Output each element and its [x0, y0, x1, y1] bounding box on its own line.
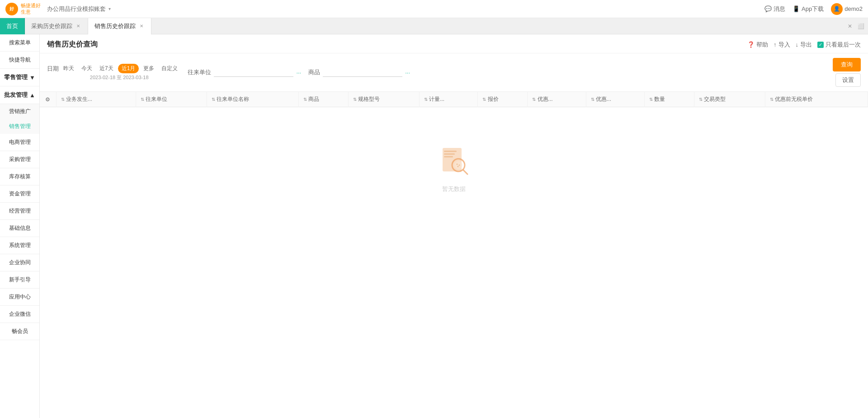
only-last-label[interactable]: ✓ 只看最后一次 [817, 41, 861, 49]
app-download-btn[interactable]: 📱 App下载 [793, 5, 824, 13]
date-btn-1month[interactable]: 近1月 [118, 64, 139, 73]
sidebar-item-purchase-mgmt[interactable]: 采购管理 [0, 151, 39, 168]
partner-label: 往来单位 [188, 68, 211, 76]
th-quote[interactable]: ⇅ 报价 [478, 92, 528, 107]
empty-text: 暂无数据 [442, 185, 466, 193]
sidebar-item-ecommerce[interactable]: 电商管理 [0, 134, 39, 151]
help-btn[interactable]: ❓ 帮助 [747, 41, 768, 49]
search-button[interactable]: 查询 [833, 58, 861, 71]
operations-label: 经营管理 [9, 207, 31, 215]
date-btn-today[interactable]: 今天 [79, 64, 95, 73]
th-partner-name-icon: ⇅ [212, 97, 215, 102]
sidebar-item-enterprise-wechat[interactable]: 企业微信 [0, 306, 39, 323]
sidebar-item-search-menu[interactable]: 搜索菜单 [0, 34, 39, 52]
th-unit[interactable]: ⇅ 计量... [419, 92, 477, 107]
th-trade-type[interactable]: ⇅ 交易类型 [694, 92, 765, 107]
tab-sales[interactable]: 销售历史价跟踪 ✕ [88, 18, 151, 34]
top-header: 好 畅捷通好生意 办公用品行业模拟账套 ▾ 💬 消息 📱 App下载 👤 dem… [0, 0, 868, 18]
retail-mgmt-label: 零售管理 [4, 73, 28, 81]
export-icon: ↓ [796, 41, 799, 48]
sidebar-item-inventory[interactable]: 库存核算 [0, 168, 39, 185]
tab-purchase-label: 采购历史价跟踪 [31, 22, 72, 30]
tab-sales-close[interactable]: ✕ [138, 23, 145, 29]
partner-dots[interactable]: ··· [296, 69, 301, 76]
goods-dots[interactable]: ··· [405, 69, 410, 76]
svg-point-8 [459, 165, 460, 166]
message-btn[interactable]: 💬 消息 [764, 5, 785, 13]
download-icon: 📱 [793, 5, 800, 12]
system-label: 系统管理 [9, 242, 31, 249]
svg-point-7 [457, 164, 458, 165]
marketing-label: 营销推广 [9, 108, 31, 114]
tab-sales-label: 销售历史价跟踪 [94, 22, 136, 30]
sidebar-item-retail-mgmt[interactable]: 零售管理 ▼ [0, 69, 39, 86]
app-download-label: App下载 [802, 5, 824, 13]
filter-area: 日期 昨天 今天 近7天 近1月 更多 自定义 2023-02-18 至 202… [40, 53, 868, 92]
date-btn-yesterday[interactable]: 昨天 [61, 64, 77, 73]
header-left: 好 畅捷通好生意 办公用品行业模拟账套 ▾ [5, 3, 111, 15]
sidebar-item-enterprise-coop[interactable]: 企业协同 [0, 254, 39, 271]
date-btn-custom[interactable]: 自定义 [159, 64, 180, 73]
svg-rect-2 [444, 153, 455, 155]
th-discount1-icon: ⇅ [532, 97, 536, 102]
empty-state: 暂无数据 [40, 107, 868, 229]
sidebar-item-base-info[interactable]: 基础信息 [0, 220, 39, 237]
th-quantity[interactable]: ⇅ 数量 [645, 92, 694, 107]
th-partner-code[interactable]: ⇅ 往来单位 [136, 92, 207, 107]
th-settings[interactable]: ⚙ [40, 92, 56, 107]
header-right: 💬 消息 📱 App下载 👤 demo2 [764, 3, 863, 15]
date-btn-7days[interactable]: 近7天 [97, 64, 116, 73]
th-spec[interactable]: ⇅ 规格型号 [349, 92, 420, 107]
th-biz-date[interactable]: ⇅ 业务发生... [56, 92, 136, 107]
sidebar-item-marketing[interactable]: 营销推广 [0, 104, 39, 119]
tab-home[interactable]: 首页 [0, 18, 25, 34]
settings-button[interactable]: 设置 [835, 73, 861, 87]
app-center-label: 应用中心 [9, 293, 31, 301]
search-actions: 查询 设置 [833, 58, 861, 87]
finance-label: 资金管理 [9, 190, 31, 198]
sidebar-item-app-center[interactable]: 应用中心 [0, 289, 39, 306]
th-goods-icon: ⇅ [303, 97, 307, 102]
tab-bar: 首页 采购历史价跟踪 ✕ 销售历史价跟踪 ✕ ✕ ⬜ [0, 18, 868, 34]
window-maximize-btn[interactable]: ⬜ [857, 23, 864, 30]
th-partner-name[interactable]: ⇅ 往来单位名称 [207, 92, 299, 107]
goods-input[interactable] [323, 68, 402, 77]
sidebar-item-quick-nav[interactable]: 快捷导航 [0, 52, 39, 69]
sidebar-item-finance[interactable]: 资金管理 [0, 185, 39, 203]
data-table: ⚙ ⇅ 业务发生... ⇅ 往来单位 ⇅ 往来单位名称 ⇅ 商品 [40, 92, 868, 107]
ecommerce-label: 电商管理 [9, 138, 31, 146]
title-dropdown-icon[interactable]: ▾ [108, 6, 111, 11]
partner-input[interactable] [214, 68, 293, 77]
table-wrapper: ⚙ ⇅ 业务发生... ⇅ 往来单位 ⇅ 往来单位名称 ⇅ 商品 [40, 92, 868, 418]
sidebar-item-system[interactable]: 系统管理 [0, 237, 39, 254]
import-btn[interactable]: ↑ 导入 [774, 41, 790, 49]
date-btn-more[interactable]: 更多 [141, 64, 157, 73]
th-pretax-price[interactable]: ⇅ 优惠前无税单价 [765, 92, 868, 107]
tab-purchase-close[interactable]: ✕ [75, 23, 81, 29]
th-quote-icon: ⇅ [482, 97, 486, 102]
window-close-btn[interactable]: ✕ [846, 23, 854, 30]
th-pretax-price-icon: ⇅ [770, 97, 774, 102]
th-goods[interactable]: ⇅ 商品 [299, 92, 349, 107]
only-last-checkbox[interactable]: ✓ [817, 42, 824, 48]
th-trade-type-icon: ⇅ [699, 97, 703, 102]
sales-mgmt-label: 销售管理 [9, 123, 31, 129]
tab-purchase[interactable]: 采购历史价跟踪 ✕ [25, 18, 88, 34]
sidebar-item-wholesale-mgmt[interactable]: 批发管理 ▲ [0, 86, 39, 104]
sidebar-item-guide[interactable]: 新手引导 [0, 271, 39, 289]
empty-illustration [436, 143, 472, 180]
only-last-text: 只看最后一次 [826, 41, 861, 49]
th-discount2[interactable]: ⇅ 优惠... [586, 92, 644, 107]
sidebar-item-member[interactable]: 畅会员 [0, 323, 39, 340]
export-btn[interactable]: ↓ 导出 [796, 41, 812, 49]
import-label: 导入 [778, 41, 790, 49]
sidebar-item-operations[interactable]: 经营管理 [0, 203, 39, 220]
purchase-mgmt-label: 采购管理 [9, 156, 31, 163]
date-range-display: 2023-02-18 至 2023-03-18 [79, 74, 149, 81]
user-profile[interactable]: 👤 demo2 [831, 3, 863, 15]
sidebar: 搜索菜单 快捷导航 零售管理 ▼ 批发管理 ▲ 营销推广 销售管理 电商管理 采… [0, 34, 40, 418]
tab-bar-right: ✕ ⬜ [846, 23, 868, 30]
th-discount1[interactable]: ⇅ 优惠... [528, 92, 586, 107]
sidebar-item-sales-mgmt[interactable]: 销售管理 [0, 119, 39, 134]
table-header-row: ⚙ ⇅ 业务发生... ⇅ 往来单位 ⇅ 往来单位名称 ⇅ 商品 [40, 92, 868, 107]
